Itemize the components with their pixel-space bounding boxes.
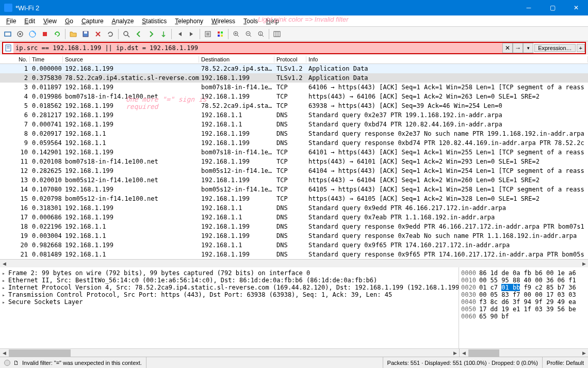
menu-tools[interactable]: Tools (239, 17, 262, 26)
expression-button[interactable]: Expression… (534, 44, 575, 52)
auto-scroll-icon[interactable] (202, 28, 214, 40)
details-hscroll[interactable]: ◀▶ ◀▶ (0, 348, 588, 357)
close-file-icon[interactable] (92, 28, 104, 40)
menubar: FileEditViewGoCaptureAnalyzeStatisticsTe… (0, 15, 588, 27)
packet-list-hscroll[interactable]: ◀▶ (0, 259, 588, 267)
tree-item[interactable]: Internet Protocol Version 4, Src: 78.52.… (2, 284, 456, 291)
col-time[interactable]: Time (30, 56, 63, 62)
packet-row[interactable]: 200.982668192.168.1.199192.168.1.1DNSSta… (0, 241, 588, 250)
menu-analyze[interactable]: Analyze (108, 17, 138, 26)
hex-row[interactable]: 000086 1d de 0a fb b6 00 1e a6 (461, 269, 586, 277)
svg-line-8 (127, 35, 129, 37)
svg-rect-12 (218, 35, 220, 37)
close-button[interactable]: ✕ (564, 0, 588, 15)
svg-text:1: 1 (259, 32, 262, 36)
stop-capture-icon[interactable] (39, 28, 51, 40)
go-to-packet-icon[interactable] (158, 28, 169, 40)
svg-point-7 (124, 31, 128, 36)
packet-row[interactable]: 180.022196192.168.1.1192.168.1.199DNSSta… (0, 222, 588, 231)
packet-row[interactable]: 90.059564192.168.1.1192.168.1.199DNSStan… (0, 138, 588, 148)
colorize-icon[interactable] (215, 28, 226, 40)
tree-item[interactable]: Transmission Control Protocol, Src Port:… (2, 291, 456, 298)
packet-row[interactable]: 120.282625192.168.1.199bom05s12-in-f14.1… (0, 166, 588, 175)
menu-go[interactable]: Go (61, 17, 77, 26)
packet-details[interactable]: Frame 2: 99 bytes on wire (792 bits), 99… (0, 267, 459, 348)
filter-bookmark-icon[interactable] (3, 43, 13, 53)
col-protocol[interactable]: Protocol (274, 56, 306, 62)
minimize-button[interactable]: ─ (517, 0, 541, 15)
first-packet-icon[interactable] (174, 28, 185, 40)
col-destination[interactable]: Destination (199, 56, 274, 62)
hex-row[interactable]: 005017 dd 19 e1 1f 03 39 56 be (461, 306, 586, 313)
menu-help[interactable]: Help (262, 17, 283, 26)
zoom-out-icon[interactable] (243, 28, 254, 40)
display-filter-input[interactable] (13, 43, 502, 53)
bottom-panes: Frame 2: 99 bytes on wire (792 bits), 99… (0, 267, 588, 348)
menu-telephony[interactable]: Telephony (171, 17, 207, 26)
packet-row[interactable]: 140.107080192.168.1.199bom05s12-in-f14.1… (0, 185, 588, 194)
apply-filter-icon[interactable]: → (513, 43, 523, 53)
tree-item[interactable]: Ethernet II, Src: BestItWo_56:14:c0 (00:… (2, 277, 456, 284)
window-title: *Wi-Fi 2 (15, 4, 517, 12)
interfaces-icon[interactable] (2, 28, 13, 40)
save-file-icon[interactable] (80, 28, 91, 40)
go-back-icon[interactable] (133, 28, 144, 40)
status-profile[interactable]: Profile: Default (543, 357, 588, 368)
open-file-icon[interactable] (68, 28, 79, 40)
hex-row[interactable]: 006065 90 bf (461, 313, 586, 320)
hex-row[interactable]: 0040f3 8c d6 3f 94 9f 29 49 ea (461, 298, 586, 306)
packet-row[interactable]: 190.003004192.168.1.1192.168.1.199DNSSta… (0, 231, 588, 241)
menu-view[interactable]: View (39, 17, 61, 26)
reload-icon[interactable] (105, 28, 116, 40)
menu-file[interactable]: File (2, 17, 20, 26)
packet-row[interactable]: 110.020108bom07s18-in-f14.1e100.net192.1… (0, 157, 588, 166)
packet-list-header: No. Time Source Destination Protocol Inf… (0, 55, 588, 64)
find-packet-icon[interactable] (121, 28, 132, 40)
col-no[interactable]: No. (0, 56, 30, 62)
packet-row[interactable]: 70.000741192.168.1.199192.168.1.1DNSStan… (0, 120, 588, 129)
clear-filter-icon[interactable]: ✕ (502, 43, 513, 53)
packet-row[interactable]: 20.37583078.52.2ca9.ip4.static.sl-revers… (0, 73, 588, 83)
zoom-reset-icon[interactable]: 1 (255, 28, 267, 40)
packet-row[interactable]: 100.142901192.168.1.199bom07s18-in-f14.1… (0, 148, 588, 157)
menu-edit[interactable]: Edit (20, 17, 39, 26)
col-info[interactable]: Info (306, 56, 588, 62)
svg-line-15 (237, 35, 239, 37)
packet-row[interactable]: 130.020010bom05s12-in-f14.1e100.net192.1… (0, 175, 588, 185)
hex-row[interactable]: 003000 05 83 f7 00 00 17 03 03 (461, 291, 586, 298)
packet-bytes[interactable]: 000086 1d de 0a fb b6 00 1e a6001000 55 … (459, 267, 588, 348)
menu-wireless[interactable]: Wireless (207, 17, 239, 26)
tree-item[interactable]: Frame 2: 99 bytes on wire (792 bits), 99… (2, 269, 456, 277)
capture-file-icon[interactable]: 🗋 (13, 360, 19, 366)
go-forward-icon[interactable] (145, 28, 157, 40)
tree-item[interactable]: Secure Sockets Layer (2, 298, 456, 306)
col-source[interactable]: Source (63, 56, 199, 62)
zoom-in-icon[interactable] (231, 28, 242, 40)
packet-row[interactable]: 40.019986bom07s18-in-f14.1e100.net192.16… (0, 92, 588, 101)
packet-row[interactable]: 60.281217192.168.1.199192.168.1.1DNSStan… (0, 110, 588, 120)
packet-list[interactable]: One more "=" sign isrequired 10.00000019… (0, 64, 588, 259)
filter-history-icon[interactable]: ▼ (523, 43, 533, 53)
capture-options-icon[interactable] (14, 28, 26, 40)
status-filter-error: Invalid filter: "=" was unexpected in th… (22, 360, 142, 366)
add-filter-button[interactable]: + (577, 44, 585, 52)
expert-info-icon[interactable] (4, 360, 10, 366)
packet-row[interactable]: 170.000686192.168.1.199192.168.1.1DNSSta… (0, 213, 588, 222)
menu-capture[interactable]: Capture (77, 17, 108, 26)
last-packet-icon[interactable] (186, 28, 198, 40)
resize-columns-icon[interactable] (271, 28, 283, 40)
packet-row[interactable]: 30.011897192.168.1.199bom07s18-in-f14.1e… (0, 83, 588, 92)
hex-row[interactable]: 001000 55 95 88 40 00 36 06 f1 (461, 277, 586, 284)
packet-row[interactable]: 80.020917192.168.1.1192.168.1.199DNSStan… (0, 129, 588, 138)
start-capture-icon[interactable] (27, 28, 38, 40)
hex-row[interactable]: 002001 c7 01 bb f9 c2 85 b7 36 (461, 284, 586, 291)
packet-row[interactable]: 50.018562192.168.1.19978.52.2ca9.ip4.sta… (0, 101, 588, 110)
maximize-button[interactable]: ▢ (541, 0, 564, 15)
packet-row[interactable]: 210.081489192.168.1.1192.168.1.199DNSSta… (0, 250, 588, 259)
packet-row[interactable]: 150.020798bom05s12-in-f14.1e100.net192.1… (0, 194, 588, 203)
svg-rect-13 (221, 35, 223, 37)
packet-row[interactable]: 10.000000192.168.1.19978.52.2ca9.ip4.sta… (0, 64, 588, 73)
menu-statistics[interactable]: Statistics (138, 17, 171, 26)
packet-row[interactable]: 160.318301192.168.1.199192.168.1.1DNSSta… (0, 203, 588, 213)
restart-capture-icon[interactable] (52, 28, 63, 40)
